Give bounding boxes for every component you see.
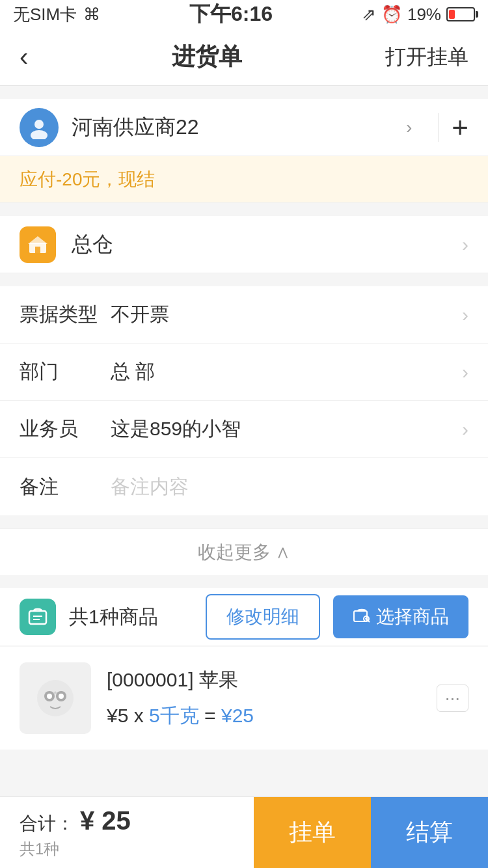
department-chevron-icon: ›: [462, 361, 468, 383]
status-bar: 无SIM卡 ⌘ 下午6:16 ⇗ ⏰ 19%: [0, 0, 488, 29]
product-unit-price: ¥5: [107, 705, 128, 726]
add-button[interactable]: +: [452, 111, 468, 144]
status-right: ⇗ ⏰ 19%: [362, 5, 475, 25]
svg-rect-5: [29, 611, 46, 624]
product-more-button[interactable]: ···: [437, 685, 468, 712]
supplier-name: 河南供应商22: [72, 113, 406, 142]
product-info: [0000001] 苹果 ¥5 x 5千克 = ¥25: [107, 667, 421, 729]
product-item: [0000001] 苹果 ¥5 x 5千克 = ¥25 ···: [0, 647, 488, 750]
supplier-avatar: [20, 108, 59, 147]
total-section: 合计： ¥ 25 共1种: [0, 806, 254, 860]
department-label: 部门: [20, 359, 98, 385]
product-title: 苹果: [199, 669, 238, 690]
svg-point-16: [47, 694, 52, 699]
svg-point-1: [31, 130, 47, 139]
supplier-divider: [438, 113, 439, 142]
products-icon-wrap: [20, 599, 56, 635]
remark-label: 备注: [20, 474, 98, 500]
supplier-row[interactable]: 河南供应商22 › +: [0, 99, 488, 156]
warehouse-row[interactable]: 总仓 ›: [0, 216, 488, 273]
location-icon: ⇗: [362, 5, 376, 25]
select-product-button[interactable]: 选择商品: [333, 595, 468, 638]
battery-icon: [446, 7, 475, 21]
modify-detail-button[interactable]: 修改明细: [206, 594, 320, 640]
select-product-label: 选择商品: [376, 604, 449, 629]
svg-point-17: [59, 694, 64, 699]
alarm-icon: ⏰: [381, 5, 402, 25]
checkout-button[interactable]: 结算: [371, 797, 488, 869]
salesperson-value: 这是859的小智: [98, 416, 462, 442]
warehouse-name: 总仓: [72, 230, 462, 259]
invoice-type-row[interactable]: 票据类型 不开票 ›: [0, 286, 488, 344]
product-price-row: ¥5 x 5千克 = ¥25: [107, 703, 421, 729]
svg-point-13: [37, 680, 74, 716]
total-amount: ¥ 25: [80, 806, 131, 835]
total-count: 共1种: [20, 839, 234, 860]
product-name: [0000001] 苹果: [107, 667, 421, 694]
info-banner: 应付-20元，现结: [0, 156, 488, 203]
invoice-type-label: 票据类型: [20, 301, 98, 328]
collapse-text: 收起更多 ∧: [198, 540, 291, 565]
product-thumbnail: [20, 662, 91, 734]
collapse-bar[interactable]: 收起更多 ∧: [0, 528, 488, 575]
remark-row[interactable]: 备注 备注内容: [0, 458, 488, 515]
invoice-type-value: 不开票: [98, 301, 462, 328]
total-label: 合计：: [20, 813, 74, 834]
bottom-bar: 合计： ¥ 25 共1种 挂单 结算: [0, 796, 488, 868]
department-value: 总 部: [98, 359, 462, 385]
products-header: 共1种商品 修改明细 选择商品: [0, 588, 488, 645]
section-divider-1: [0, 86, 488, 99]
nav-bar: ‹ 进货单 打开挂单: [0, 29, 488, 86]
products-count: 共1种商品: [69, 604, 193, 631]
invoice-type-chevron-icon: ›: [462, 304, 468, 326]
warehouse-icon-wrap: [20, 226, 56, 263]
page-title: 进货单: [172, 41, 242, 73]
salesperson-row[interactable]: 业务员 这是859的小智 ›: [0, 401, 488, 458]
status-time: 下午6:16: [189, 0, 273, 29]
product-times: x: [134, 705, 149, 726]
svg-rect-4: [35, 247, 40, 253]
salesperson-chevron-icon: ›: [462, 418, 468, 441]
battery-percentage: 19%: [407, 5, 441, 25]
warehouse-chevron-icon: ›: [462, 234, 468, 256]
supplier-chevron-icon: ›: [406, 117, 412, 138]
svg-marker-3: [28, 236, 47, 244]
form-section: 票据类型 不开票 › 部门 总 部 › 业务员 这是859的小智 › 备注 备注…: [0, 286, 488, 515]
open-hang-button[interactable]: 打开挂单: [385, 43, 468, 72]
product-quantity: 5千克: [149, 705, 199, 726]
info-banner-text: 应付-20元，现结: [20, 169, 155, 189]
hang-button[interactable]: 挂单: [254, 797, 371, 869]
back-button[interactable]: ‹: [20, 42, 28, 72]
svg-point-0: [34, 120, 44, 129]
salesperson-label: 业务员: [20, 416, 98, 442]
product-code: [0000001]: [107, 669, 193, 690]
total-row: 合计： ¥ 25: [20, 806, 234, 836]
department-row[interactable]: 部门 总 部 ›: [0, 344, 488, 401]
wifi-icon: ⌘: [83, 5, 100, 25]
remark-placeholder: 备注内容: [98, 474, 468, 500]
product-total: ¥25: [221, 705, 254, 726]
status-left: 无SIM卡 ⌘: [13, 3, 100, 26]
product-equals: =: [204, 705, 221, 726]
carrier-text: 无SIM卡: [13, 3, 77, 26]
